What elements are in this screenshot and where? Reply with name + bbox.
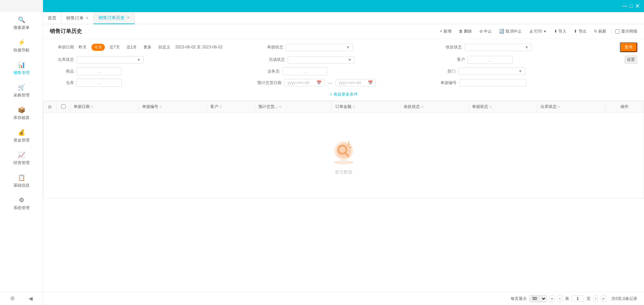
settings-btn[interactable]: 设置 (625, 55, 637, 64)
sidebar-item-purchase[interactable]: 🛒 采购管理 (0, 80, 43, 102)
basic-info-icon: 📋 (18, 174, 25, 181)
collapse-btn[interactable]: ∧ 收起更多条件 (50, 90, 637, 99)
date-yesterday-btn[interactable]: 昨天 (77, 44, 89, 51)
date-range-separator: — (327, 80, 334, 85)
complete-label: 完成状态 (261, 57, 288, 63)
delivery-date-start[interactable]: yyyy-mm-dd 📅 (284, 79, 325, 86)
window-close-btn[interactable]: ✕ (635, 2, 640, 10)
sidebar-settings-icon[interactable]: ⚙ (10, 295, 15, 302)
sales-rep-ellipsis[interactable]: ... (282, 67, 327, 75)
sort-icon7: ⇅ (489, 105, 492, 109)
sidebar: 🔍 搜索菜单 ⚡ 快捷导航 📊 销售管理 🛒 采购管理 📦 库存核算 💰 资金管… (0, 12, 43, 305)
delivery-date-label: 预计交货日期 (254, 80, 284, 86)
date-label: 单据日期 (50, 44, 77, 50)
finance-icon: 💰 (18, 129, 25, 136)
date-more-btn[interactable]: 更多 (141, 44, 154, 51)
col-delivery-sort[interactable]: 预计交货... ⇅ (258, 104, 328, 110)
empty-text: 暂无数据 (335, 169, 352, 175)
delivery-date-end[interactable]: yyyy-mm-dd 📅 (336, 79, 376, 86)
tab-sales-order-history[interactable]: 销售订单历史 ✕ (94, 12, 135, 24)
data-table: ⚙ 单据日期 ⇅ 单据编号 (43, 101, 644, 198)
empty-illustration (327, 136, 360, 169)
col-stock-status-sort[interactable]: 出库状态 ⇅ (541, 104, 602, 110)
tab-home[interactable]: 首页 (43, 12, 61, 24)
next-page-btn[interactable]: › (593, 295, 598, 302)
sidebar-item-quick-nav[interactable]: ⚡ 快捷导航 (0, 35, 43, 57)
tab-sales-order-close[interactable]: ✕ (86, 16, 89, 20)
chevron-down-icon3: ▼ (137, 58, 141, 62)
select-all-checkbox[interactable] (61, 104, 66, 109)
window-minimize-btn[interactable]: — (622, 3, 628, 9)
inventory-icon: 📦 (18, 106, 25, 114)
page-input[interactable] (572, 295, 584, 302)
date-range-display: 2023-06-02 至 2023-06-02 (175, 44, 222, 50)
date-1month-btn[interactable]: 近1月 (125, 44, 139, 51)
per-page-label: 每页显示 (511, 296, 527, 302)
delete-btn[interactable]: 🗑 删除 (457, 28, 474, 35)
tab-sales-order-history-close[interactable]: ✕ (127, 15, 130, 20)
sidebar-item-inventory[interactable]: 📦 库存核算 (0, 102, 43, 125)
dept-select[interactable]: ▼ (458, 68, 525, 75)
table-settings-btn[interactable]: ⚙ (48, 104, 52, 110)
sidebar-item-system[interactable]: ⚙ 系统管理 (0, 192, 43, 215)
date-custom-btn[interactable]: 自定义 (156, 44, 172, 51)
last-page-btn[interactable]: » (601, 295, 606, 302)
sidebar-item-sales[interactable]: 📊 销售管理 (0, 57, 43, 80)
export-btn[interactable]: ⬆ 导出 (572, 28, 588, 35)
per-page-select[interactable]: 50 10 20 100 (529, 295, 547, 302)
order-status-select[interactable]: ▼ (286, 44, 353, 51)
operation-icon: 📈 (18, 151, 25, 159)
col-receipt-status-sort[interactable]: 收款状态 ⇅ (404, 104, 465, 110)
sidebar-item-search[interactable]: 🔍 搜索菜单 (0, 12, 43, 35)
toolbar-divider (612, 29, 612, 34)
page-title: 销售订单历史 (50, 28, 82, 35)
sort-icon8: ⇅ (558, 105, 560, 109)
col-stock-status-label: 出库状态 (541, 104, 557, 110)
refresh-btn[interactable]: ↻ 刷新 (592, 28, 608, 35)
date-7days-btn[interactable]: 近7天 (108, 44, 122, 51)
sort-icon2: ⇅ (159, 105, 162, 109)
col-no-sort[interactable]: 单据编号 ⇅ (142, 104, 204, 110)
complete-select[interactable]: ▼ (288, 56, 355, 64)
prev-page-btn[interactable]: ‹ (558, 295, 562, 302)
stock-out-select[interactable]: ▼ (77, 56, 144, 64)
sidebar-item-finance[interactable]: 💰 资金管理 (0, 125, 43, 147)
chevron-down-icon4: ▼ (348, 58, 352, 62)
warehouse-ellipsis[interactable]: ... (77, 79, 122, 87)
cancel-stop-btn[interactable]: 🔄 取消中止 (497, 28, 523, 35)
sidebar-item-operation[interactable]: 📈 经营管理 (0, 147, 43, 170)
query-btn[interactable]: 查询 (620, 42, 637, 52)
pagination: 每页显示 50 10 20 100 « ‹ 第 页 › » 共0页,0条记录 (43, 292, 644, 305)
page-header: 销售订单历史 + 新增 🗑 删除 ⊘ 中止 🔄 取消中止 🖨 打印 ▼ ⬇ 导入… (43, 24, 644, 39)
empty-state: 暂无数据 (47, 115, 640, 195)
sidebar-item-basic-info[interactable]: 📋 基础信息 (0, 170, 43, 192)
col-order-status-sort[interactable]: 单据状态 ⇅ (472, 104, 533, 110)
stock-out-label: 出库状态 (50, 57, 77, 63)
date-today-btn[interactable]: 今天 (91, 44, 105, 51)
print-btn[interactable]: 🖨 打印 ▼ (527, 28, 549, 35)
sales-icon: 📊 (18, 61, 25, 69)
col-amount-sort[interactable]: 订单金额 ⇅ (335, 104, 397, 110)
order-no-input[interactable] (459, 79, 526, 86)
col-customer-sort[interactable]: 客户 ⇅ (210, 104, 251, 110)
receipt-status-select[interactable]: ▼ (465, 44, 532, 51)
col-date-sort[interactable]: 单据日期 ⇅ (74, 104, 135, 110)
customer-ellipsis[interactable]: ... (468, 56, 513, 64)
sort-icon: ⇅ (91, 105, 93, 109)
tab-sales-order[interactable]: 销售订单 ✕ (61, 12, 94, 24)
first-page-btn[interactable]: « (549, 295, 555, 302)
col-receipt-status-label: 收款状态 (404, 104, 420, 110)
window-maximize-btn[interactable]: □ (630, 3, 633, 9)
stop-btn[interactable]: ⊘ 中止 (477, 28, 494, 35)
col-no-label: 单据编号 (142, 104, 158, 110)
order-status-label: 单据状态 (259, 44, 286, 50)
total-label: 共0页,0条记录 (611, 296, 637, 302)
filter-area: 单据日期 昨天 今天 近7天 近1月 更多 自定义 2023-06-02 至 2… (43, 39, 644, 101)
import-btn[interactable]: ⬇ 导入 (552, 28, 568, 35)
new-btn[interactable]: + 新增 (438, 28, 453, 35)
sidebar-collapse-icon[interactable]: ◀ (29, 295, 33, 302)
goods-ellipsis[interactable]: ... (77, 67, 122, 75)
show-detail-check[interactable]: 显示明细 (615, 29, 637, 34)
sort-icon5: ⇅ (352, 105, 355, 109)
show-detail-checkbox[interactable] (615, 29, 620, 34)
